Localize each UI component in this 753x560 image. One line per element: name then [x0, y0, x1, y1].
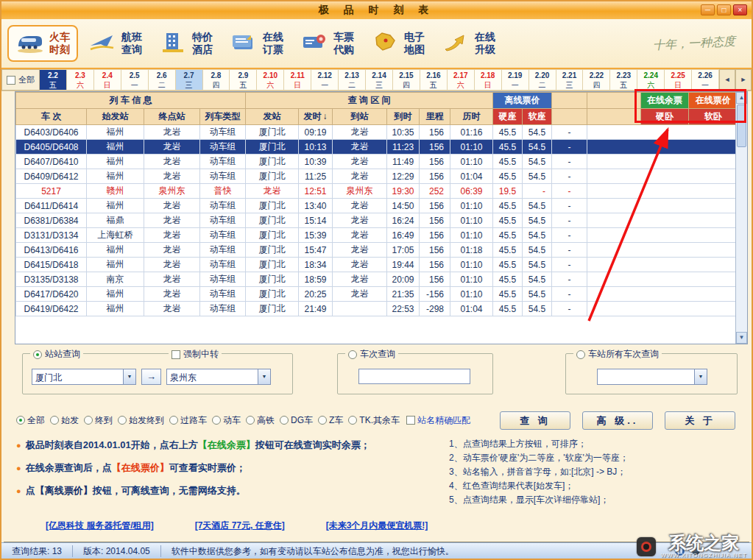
train-row[interactable]: D6405/D6408福州龙岩动车组厦门北10:13龙岩11:2315601:1… — [16, 140, 738, 155]
col-train-type[interactable]: 列车类型 — [200, 109, 246, 125]
radio-icon — [50, 416, 59, 425]
toolbar-electronic-map[interactable]: 电子地图 — [364, 26, 431, 60]
maximize-button[interactable]: □ — [717, 4, 731, 15]
minimize-button[interactable]: ─ — [701, 4, 715, 15]
advanced-button[interactable]: 高 级.. — [582, 411, 653, 430]
train-row[interactable]: D6411/D6414福州龙岩动车组厦门北13:40龙岩14:5015601:1… — [16, 199, 738, 213]
scrollbar-up-icon[interactable]: ▲ — [736, 92, 747, 104]
toolbar-hotel-deals[interactable]: 特价酒店 — [152, 26, 219, 60]
date-tab-2.7[interactable]: 2.7三 — [176, 69, 203, 91]
date-tab-2.17[interactable]: 2.17六 — [448, 69, 475, 91]
date-tab-2.20[interactable]: 2.20二 — [529, 69, 556, 91]
toolbar-online-upgrade[interactable]: 在线升级 — [434, 26, 502, 60]
date-tab-2.4[interactable]: 2.4日 — [94, 69, 121, 91]
col-arr-time[interactable]: 到时 — [387, 109, 420, 125]
train-row[interactable]: D6419/D6422福州龙岩动车组厦门北21:4922:53-29801:04… — [16, 302, 738, 316]
date-tab-2.15[interactable]: 2.15四 — [393, 69, 420, 91]
filter-radio-始发终到[interactable]: 始发终到 — [118, 414, 164, 427]
date-tab-2.8[interactable]: 2.8四 — [203, 69, 230, 91]
promo-link[interactable]: [亿恩科技 服务器托管/租用] — [46, 520, 154, 532]
swap-stations-button[interactable]: → — [141, 369, 161, 385]
filter-radio-全部[interactable]: 全部 — [16, 414, 45, 427]
train-row[interactable]: D6413/D6416福州龙岩动车组厦门北15:47龙岩17:0515601:1… — [16, 243, 738, 258]
col-dep-time[interactable]: 发时↓ — [299, 109, 333, 125]
col-mileage[interactable]: 里程 — [420, 109, 450, 125]
close-button[interactable]: × — [733, 4, 747, 15]
scroll-right-button[interactable]: ► — [735, 69, 752, 91]
exact-match-checkbox[interactable]: 站名精确匹配 — [406, 414, 470, 427]
about-button[interactable]: 关 于 — [665, 411, 735, 430]
col-hard-seat[interactable]: 硬座 — [493, 109, 523, 125]
date-tab-2.21[interactable]: 2.21三 — [556, 69, 584, 91]
col-origin[interactable]: 始发站 — [87, 109, 144, 125]
scroll-left-button[interactable]: ◄ — [719, 69, 735, 91]
date-tab-2.5[interactable]: 2.5一 — [121, 69, 149, 91]
station-all-query-radio[interactable]: 车站所有车次查询 — [573, 348, 662, 361]
search-button[interactable]: 查 询 — [500, 411, 570, 430]
toolbar-ticket-purchase[interactable]: 车票代购 — [293, 26, 361, 60]
online-seats-button[interactable]: 在线余票 — [640, 93, 689, 108]
force-transfer-checkbox[interactable]: 强制中转 — [169, 348, 222, 361]
train-query-radio[interactable]: 车次查询 — [345, 348, 398, 361]
date-tab-2.16[interactable]: 2.16五 — [420, 69, 448, 91]
col-soft-seat[interactable]: 软座 — [523, 109, 552, 125]
online-price-button[interactable]: 在线票价 — [688, 93, 737, 108]
date-tab-2.25[interactable]: 2.25日 — [665, 69, 692, 91]
date-tab-2.12[interactable]: 2.12一 — [311, 69, 339, 91]
train-row[interactable]: D6415/D6418福州龙岩动车组厦门北18:34龙岩19:4415601:1… — [16, 258, 738, 272]
date-tab-2.19[interactable]: 2.19一 — [502, 69, 529, 91]
col-duration[interactable]: 历时 — [450, 109, 493, 125]
filter-radio-始发[interactable]: 始发 — [50, 414, 79, 427]
date-tab-2.9[interactable]: 2.9五 — [230, 69, 257, 91]
toolbar-online-booking[interactable]: 在线订票 — [222, 26, 290, 60]
promo-link[interactable]: [7天酒店 77元, 任意住] — [195, 520, 285, 532]
col-terminus[interactable]: 终点站 — [144, 109, 200, 125]
offline-price-button[interactable]: 离线票价 — [493, 93, 552, 109]
toolbar-flight-query[interactable]: 航班查询 — [81, 26, 149, 60]
date-tab-2.22[interactable]: 2.22四 — [583, 69, 610, 91]
date-tab-2.13[interactable]: 2.13二 — [339, 69, 366, 91]
date-tab-2.3[interactable]: 2.3六 — [67, 69, 94, 91]
col-arr-station[interactable]: 到站 — [333, 109, 387, 125]
date-tab-2.26[interactable]: 2.26一 — [692, 69, 719, 91]
date-tab-2.10[interactable]: 2.10六 — [257, 69, 284, 91]
filter-radio-DG车[interactable]: DG车 — [280, 414, 313, 427]
col-soft-sleeper[interactable]: 软卧 — [688, 109, 737, 124]
result-grid: 列 车 信 息 查 询 区 间 离线票价 在线余票 在线票价 车 次 始发站 — [15, 91, 748, 344]
toolbar-train-times[interactable]: 火车时刻 — [7, 25, 78, 62]
date-tab-2.6[interactable]: 2.6二 — [149, 69, 176, 91]
filter-radio-高铁[interactable]: 高铁 — [246, 414, 275, 427]
train-row[interactable]: D6409/D6412福州龙岩动车组厦门北11:25龙岩12:2915601:0… — [16, 169, 738, 184]
train-row[interactable]: D6407/D6410福州龙岩动车组厦门北10:39龙岩11:4915601:1… — [16, 155, 738, 169]
all-dates-checkbox[interactable]: 全部 — [1, 69, 40, 91]
filter-radio-TK.其余车[interactable]: TK.其余车 — [348, 414, 400, 427]
vertical-scrollbar[interactable]: ▲ ▼ — [735, 92, 747, 344]
date-tab-2.23[interactable]: 2.23五 — [610, 69, 637, 91]
date-tab-2.14[interactable]: 2.14三 — [366, 69, 393, 91]
train-row[interactable]: 5217赣州泉州东普快龙岩12:51泉州东19:3025206:3919.5-- — [16, 184, 738, 199]
train-row[interactable]: D6381/D6384福鼎龙岩动车组厦门北15:14龙岩16:2415601:1… — [16, 213, 738, 228]
filter-radio-过路车[interactable]: 过路车 — [169, 414, 207, 427]
train-number-input[interactable] — [358, 369, 470, 384]
station-all-select[interactable]: ▼ — [597, 369, 707, 385]
date-tab-2.18[interactable]: 2.18日 — [475, 69, 502, 91]
col-train-no[interactable]: 车 次 — [16, 109, 87, 125]
filter-radio-终到[interactable]: 终到 — [84, 414, 113, 427]
filter-radio-Z车[interactable]: Z车 — [318, 414, 343, 427]
train-row[interactable]: D3135/D3138南京龙岩动车组厦门北18:59龙岩20:0915601:1… — [16, 272, 738, 287]
from-station-select[interactable]: 厦门北 ▼ — [32, 369, 136, 385]
scrollbar-thumb[interactable] — [737, 104, 746, 147]
date-tab-2.11[interactable]: 2.11日 — [284, 69, 311, 91]
station-query-radio[interactable]: 站站查询 — [30, 348, 83, 361]
promo-link[interactable]: [未来3个月内最便宜机票!] — [326, 520, 428, 532]
date-tab-2.24[interactable]: 2.24六 — [637, 69, 665, 91]
scrollbar-down-icon[interactable]: ▼ — [736, 332, 747, 344]
filter-radio-动车[interactable]: 动车 — [212, 414, 241, 427]
train-row[interactable]: D6403/D6406福州龙岩动车组厦门北09:19龙岩10:3515601:1… — [16, 125, 738, 140]
col-dep-station[interactable]: 发站 — [246, 109, 299, 125]
train-row[interactable]: D3131/D3134上海虹桥龙岩动车组厦门北15:39龙岩16:4915601… — [16, 228, 738, 243]
date-tab-2.2[interactable]: 2.2五 — [40, 69, 67, 91]
col-hard-sleeper[interactable]: 硬卧 — [640, 109, 689, 124]
train-row[interactable]: D6417/D6420福州龙岩动车组厦门北20:25龙岩21:35-15601:… — [16, 287, 738, 302]
to-station-select[interactable]: 泉州东 ▼ — [166, 369, 271, 385]
